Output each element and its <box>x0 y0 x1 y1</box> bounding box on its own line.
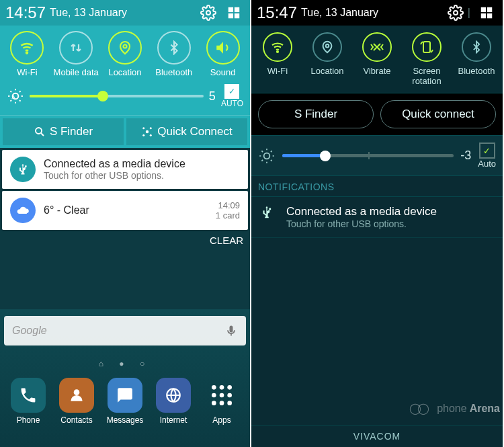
carrier-label: VIVACOM <box>251 425 503 447</box>
notif-title: Connected as a media device <box>44 158 240 170</box>
toggle-wifi[interactable]: Wi-Fi <box>3 31 50 77</box>
quick-connect-button[interactable]: Quick connect <box>380 100 496 128</box>
svg-point-6 <box>123 45 126 48</box>
brightness-slider[interactable] <box>30 95 204 97</box>
slider-thumb-icon <box>97 91 108 101</box>
quick-connect-button[interactable]: Quick Connect <box>126 118 247 145</box>
brightness-row: A 5 ✓ AUTO <box>0 80 250 115</box>
svg-rect-27 <box>481 7 486 12</box>
toggle-location[interactable]: Location <box>303 32 351 86</box>
dock-phone[interactable]: Phone <box>7 378 50 425</box>
status-date: Tue, 13 January <box>301 7 378 19</box>
toggle-wifi[interactable]: Wi-Fi <box>253 32 302 86</box>
vibrate-icon <box>362 32 392 62</box>
status-time: 15:47 <box>257 3 297 22</box>
brightness-auto[interactable]: ✓ AUTO <box>221 84 243 108</box>
s-finder-button[interactable]: S Finder <box>258 100 374 128</box>
dock-contacts[interactable]: Contacts <box>55 378 98 425</box>
connect-icon <box>141 126 153 138</box>
dock: Phone Contacts Messages Internet <box>0 378 250 425</box>
toggle-vibrate[interactable]: Vibrate <box>353 32 401 86</box>
toggle-location[interactable]: Location <box>101 31 149 77</box>
grid-icon[interactable] <box>476 2 497 24</box>
svg-rect-29 <box>481 13 486 18</box>
toggle-rotation[interactable]: Screen rotation <box>403 32 451 86</box>
globe-icon <box>156 378 191 413</box>
s-finder-button[interactable]: S Finder <box>3 118 124 145</box>
svg-point-15 <box>74 389 80 395</box>
toggle-bluetooth[interactable]: Bluetooth <box>151 31 198 77</box>
notification-card-usb[interactable]: Connected as a media device Touch for ot… <box>251 197 503 238</box>
quick-toggles-row: Wi-Fi Mobile data Location Bluetooth Sou… <box>0 26 250 80</box>
settings-icon[interactable] <box>198 2 219 24</box>
svg-point-31 <box>277 51 278 52</box>
toggle-mobile-data[interactable]: Mobile data <box>52 31 99 77</box>
settings-icon[interactable] <box>445 2 466 24</box>
svg-point-32 <box>326 44 329 48</box>
quick-toggles-row: Wi-Fi Location Vibrate Screen rotation B… <box>251 26 503 93</box>
svg-point-14 <box>150 134 152 136</box>
apps-icon <box>204 378 239 413</box>
svg-point-20 <box>212 393 216 398</box>
sfinder-row: S Finder Quick connect <box>251 93 503 135</box>
brightness-auto[interactable]: ✓ Auto <box>478 143 496 169</box>
notif-subtitle: Touch for other USB options. <box>44 170 240 181</box>
toggle-bluetooth[interactable]: Bluetooth <box>452 32 501 86</box>
svg-point-21 <box>220 393 224 398</box>
dock-apps[interactable]: Apps <box>200 378 243 425</box>
sound-icon <box>206 31 240 65</box>
location-icon <box>108 31 142 65</box>
brightness-icon <box>258 147 276 165</box>
svg-point-0 <box>206 11 210 15</box>
slider-thumb-icon <box>320 151 331 161</box>
notif-time: 14:09 <box>216 200 240 210</box>
status-bar: 15:47 Tue, 13 January | <box>251 0 503 26</box>
notification-card-usb[interactable]: Connected as a media device Touch for ot… <box>2 150 248 189</box>
search-icon <box>34 126 46 138</box>
notif-subtitle: Touch for other USB options. <box>286 218 437 229</box>
brightness-icon: A <box>7 87 24 105</box>
logo-icon: ◯◯ <box>409 402 425 415</box>
svg-point-9 <box>36 128 42 134</box>
grid-icon[interactable] <box>223 2 245 24</box>
svg-point-17 <box>212 385 216 390</box>
left-phone: 14:57 Tue, 13 January Wi-Fi Mobile data <box>0 0 251 447</box>
status-date: Tue, 13 January <box>50 7 127 19</box>
messages-icon <box>108 378 142 413</box>
cloud-icon <box>10 198 36 223</box>
svg-point-12 <box>150 127 152 129</box>
svg-point-11 <box>143 127 145 129</box>
svg-rect-33 <box>423 42 430 52</box>
notif-title: 6° - Clear <box>44 204 208 216</box>
clear-button[interactable]: CLEAR <box>0 232 250 247</box>
brightness-row: -3 ✓ Auto <box>251 135 503 176</box>
phone-icon <box>11 378 46 413</box>
svg-rect-1 <box>228 7 233 12</box>
status-time: 14:57 <box>5 3 46 22</box>
bluetooth-icon <box>462 32 491 62</box>
usb-icon <box>259 205 278 220</box>
svg-point-24 <box>220 401 224 405</box>
svg-point-10 <box>146 130 149 134</box>
svg-point-13 <box>143 134 145 136</box>
brightness-value: 5 <box>209 89 216 104</box>
svg-point-25 <box>227 401 232 405</box>
notification-card-weather[interactable]: 6° - Clear 14:09 1 card <box>2 191 248 230</box>
notifications-header: NOTIFICATIONS <box>251 176 503 197</box>
toggle-sound[interactable]: Sound <box>200 31 247 77</box>
contacts-icon <box>59 378 94 413</box>
wifi-icon <box>263 32 292 62</box>
svg-point-34 <box>264 153 270 159</box>
home-screen: Google ⌂ ● ○ Phone Contacts <box>0 309 250 447</box>
mic-icon[interactable] <box>224 324 238 337</box>
brightness-slider[interactable] <box>282 154 454 157</box>
google-placeholder: Google <box>12 325 47 337</box>
dock-messages[interactable]: Messages <box>103 378 146 425</box>
svg-point-26 <box>454 11 458 15</box>
notif-count: 1 card <box>216 210 240 220</box>
svg-point-19 <box>227 385 232 390</box>
usb-icon <box>10 157 36 182</box>
svg-rect-3 <box>228 13 233 18</box>
dock-internet[interactable]: Internet <box>152 378 195 425</box>
google-search-bar[interactable]: Google <box>4 316 246 346</box>
